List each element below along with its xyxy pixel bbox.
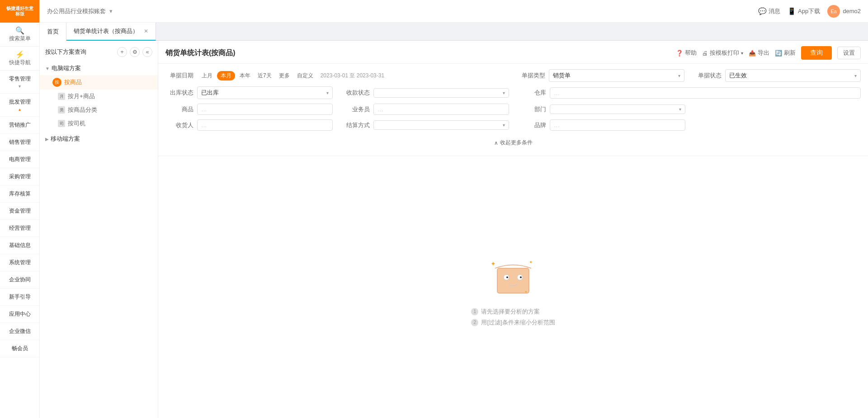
sidebar-item-inventory[interactable]: 库存核算 <box>0 185 39 203</box>
scheme-group-header-mobile[interactable]: ▶ 移动端方案 <box>40 132 158 146</box>
sidebar-quick-nav[interactable]: ⚡ 快捷导航 <box>0 47 39 71</box>
sidebar-item-label: 采购管理 <box>9 173 31 180</box>
btn-this-month[interactable]: 本月 <box>217 71 235 81</box>
settings-scheme-btn[interactable]: ⚙ <box>130 47 140 57</box>
sidebar-item-base-info[interactable]: 基础信息 <box>0 237 39 254</box>
app-download-icon: 📱 <box>788 7 796 15</box>
doc-type-value: 销货单 <box>553 71 571 80</box>
sidebar-item-label: 库存核算 <box>9 190 31 198</box>
btn-this-year[interactable]: 本年 <box>237 71 253 81</box>
brand-placeholder: … <box>554 122 560 128</box>
sidebar-item-apps[interactable]: 应用中心 <box>0 306 39 323</box>
date-quick-btns: 上月 本月 本年 近7天 更多 自定义 <box>199 71 316 81</box>
warehouse-input[interactable]: … <box>550 87 861 99</box>
product-label: 商品 <box>165 105 197 114</box>
collapse-panel-btn[interactable]: « <box>142 47 152 57</box>
btn-7days[interactable]: 近7天 <box>255 71 274 81</box>
btn-last-month[interactable]: 上月 <box>199 71 215 81</box>
payment-method-label: 结算方式 <box>333 121 373 129</box>
doc-status-arrow-icon: ▾ <box>854 73 857 78</box>
sidebar-item-ecommerce[interactable]: 电商管理 <box>0 151 39 168</box>
payment-method-select[interactable]: ▾ <box>373 120 509 130</box>
date-range-text: 2023-03-01 至 2023-03-31 <box>321 72 384 80</box>
stock-out-label: 出库状态 <box>165 89 197 97</box>
sidebar-item-label: 畅会员 <box>12 345 28 352</box>
app-logo: 畅捷通好生意 标版 <box>0 0 39 23</box>
recipient-input[interactable]: … <box>197 119 333 131</box>
sidebar-item-label: 资金管理 <box>9 207 31 215</box>
sidebar-item-label: 企业协同 <box>9 276 31 284</box>
sidebar-item-sales[interactable]: 销售管理 <box>0 134 39 151</box>
brand-input[interactable]: … <box>550 119 685 131</box>
filter-row-4: 收货人 … 结算方式 ▾ 品牌 … <box>165 119 861 131</box>
empty-tip-2: 2 用[过滤]条件来缩小分析范围 <box>471 318 555 327</box>
sidebar-item-label: 企业微信 <box>9 328 31 335</box>
svg-point-4 <box>520 276 522 278</box>
salesperson-label: 业务员 <box>333 105 373 114</box>
help-btn[interactable]: ❓ 帮助 <box>676 49 697 57</box>
sidebar-item-label: 基础信息 <box>9 242 31 249</box>
export-btn[interactable]: 📤 导出 <box>749 49 769 57</box>
sidebar-item-label: 营销推广 <box>9 121 31 129</box>
sidebar-item-system[interactable]: 系统管理 <box>0 254 39 271</box>
collapse-bar[interactable]: ∧ 收起更多条件 <box>165 135 861 150</box>
sidebar-item-marketing[interactable]: 营销推广 <box>0 117 39 134</box>
scheme-item-category[interactable]: 类 按商品分类 <box>40 103 158 117</box>
filter-area: 单据日期 上月 本月 本年 近7天 更多 自定义 2023-03-01 至 20… <box>158 64 868 156</box>
sidebar-item-member[interactable]: 畅会员 <box>0 340 39 357</box>
sidebar-item-tutorial[interactable]: 新手引导 <box>0 289 39 306</box>
scheme-sub-icon-driver: 司 <box>58 120 65 127</box>
main-area: 办公用品行业模拟账套 ▾ 💬 消息 📱 App下载 Ea demo2 首页 <box>40 0 868 418</box>
sidebar-item-wechat[interactable]: 企业微信 <box>0 323 39 340</box>
message-btn[interactable]: 💬 消息 <box>758 7 780 15</box>
tab-home[interactable]: 首页 <box>40 23 66 41</box>
user-info[interactable]: Ea demo2 <box>827 5 861 18</box>
refresh-btn[interactable]: 🔄 刷新 <box>775 49 796 57</box>
page-title: 销货单统计表(按商品) <box>165 48 236 58</box>
sidebar-item-finance[interactable]: 资金管理 <box>0 203 39 220</box>
add-scheme-btn[interactable]: + <box>117 47 127 57</box>
help-icon: ❓ <box>676 50 683 57</box>
stock-out-arrow-icon: ▾ <box>326 90 329 95</box>
tip-text-1: 请先选择要分析的方案 <box>481 308 540 316</box>
product-input[interactable]: … <box>197 104 333 115</box>
sidebar-item-purchase[interactable]: 采购管理 <box>0 168 39 185</box>
salesperson-input[interactable]: … <box>373 104 509 115</box>
doc-type-select[interactable]: 销货单 ▾ <box>549 69 684 82</box>
scheme-item-driver[interactable]: 司 按司机 <box>40 117 158 130</box>
salesperson-placeholder: … <box>377 106 383 113</box>
scheme-active-dot: 按 <box>52 78 61 87</box>
scheme-group-header-desktop[interactable]: ▼ 电脑端方案 <box>40 62 158 75</box>
doc-status-select[interactable]: 已生效 ▾ <box>725 69 861 82</box>
query-button[interactable]: 查询 <box>801 46 832 60</box>
settings-button[interactable]: 设置 <box>837 47 861 59</box>
print-btn[interactable]: 🖨 按模板打印 ▾ <box>702 49 743 57</box>
collapse-label: 收起更多条件 <box>500 139 533 147</box>
btn-custom[interactable]: 自定义 <box>294 71 316 81</box>
sidebar-item-retail[interactable]: 零售管理 ▾ <box>0 71 39 94</box>
sidebar-item-operations[interactable]: 经营管理 <box>0 220 39 237</box>
tab-report[interactable]: 销货单统计表（按商品） ✕ <box>66 23 156 41</box>
receipt-status-select[interactable]: ▾ <box>373 88 509 98</box>
sidebar-search[interactable]: 🔍 搜索菜单 <box>0 23 39 47</box>
scheme-item-by-product[interactable]: 按 按商品 <box>40 75 158 90</box>
industry-dropdown-icon[interactable]: ▾ <box>109 8 113 14</box>
refresh-icon: 🔄 <box>775 50 782 57</box>
stock-out-select[interactable]: 已出库 ▾ <box>197 86 333 99</box>
filter-row-3: 商品 … 业务员 … 部门 ▾ <box>165 104 861 115</box>
tab-report-label: 销货单统计表（按商品） <box>74 27 138 35</box>
tab-close-icon[interactable]: ✕ <box>144 28 148 34</box>
scheme-item-month-product[interactable]: 月 按月+商品 <box>40 90 158 103</box>
logo-text: 畅捷通好生意 <box>6 6 33 11</box>
btn-more[interactable]: 更多 <box>276 71 292 81</box>
sidebar-item-wholesale[interactable]: 批发管理 ▴ <box>0 94 39 117</box>
department-select[interactable]: ▾ <box>550 104 685 114</box>
left-panel: 按以下方案查询 + ⚙ « ▼ 电脑端方案 <box>40 41 158 418</box>
sidebar-item-enterprise[interactable]: 企业协同 <box>0 271 39 289</box>
print-icon: 🖨 <box>702 50 708 57</box>
page-title-bar: 销货单统计表(按商品) ❓ 帮助 🖨 按模板打印 ▾ 📤 导出 <box>158 41 868 64</box>
print-arrow-icon: ▾ <box>741 51 743 56</box>
department-label: 部门 <box>509 105 550 114</box>
avatar: Ea <box>827 5 840 18</box>
app-download-btn[interactable]: 📱 App下载 <box>788 7 820 15</box>
